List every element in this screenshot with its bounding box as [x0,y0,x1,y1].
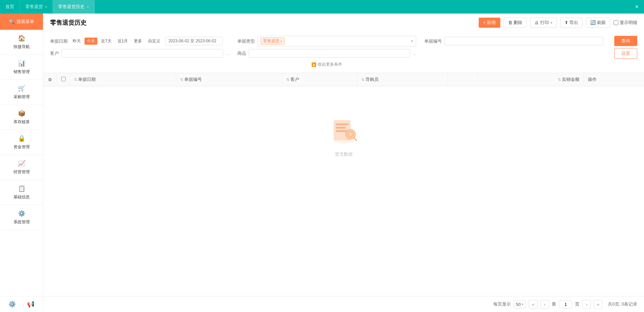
toolbar: + 新增 🗑 删除 🖨 打印 ▾ ⬆ 导出 🔄 刷新 [479,18,637,28]
tab-retail-return-close[interactable]: × [45,5,47,9]
first-page-icon: « [532,302,534,307]
page-title: 零售退货历史 [50,19,87,27]
sidebar-item-quick-nav-label: 快捷导航 [14,44,30,50]
col-settings[interactable]: ⚙ [43,73,57,86]
page-size-value: 50 [516,302,521,307]
date-custom-btn[interactable]: 自定义 [146,38,163,45]
sidebar-settings-icon[interactable]: ⚙️ [8,300,16,308]
col-guide[interactable]: 导购员 [357,73,448,86]
filter-settings-button[interactable]: 设置 [614,48,637,59]
collapse-icon: 🔼 [311,62,316,67]
delete-button[interactable]: 🗑 删除 [504,18,527,28]
col-operations-label: 操作 [588,77,597,82]
query-button[interactable]: 查询 [614,36,637,46]
collapse-btn[interactable]: 🔼 收起更多条件 [50,60,603,70]
sidebar-item-basic-info[interactable]: 📋 基础信息 [0,180,43,205]
select-all-checkbox[interactable] [61,77,66,81]
settings-icon[interactable]: ⚙ [48,77,52,82]
page-size-select[interactable]: 50 ▾ [514,300,526,308]
new-button[interactable]: + 新增 [479,18,500,28]
sidebar-item-sales[interactable]: 📊 销售管理 [0,55,43,80]
date-today-btn[interactable]: 今天 [85,38,97,45]
main-layout: 🔍 搜索菜单 🏠 快捷导航 📊 销售管理 🛒 采购管理 📦 库存核算 🔒 资金管… [0,14,644,312]
col-actual-amount-label: 实销金额 [562,77,579,82]
sidebar-item-purchase-label: 采购管理 [14,94,30,100]
doc-type-tag-remove[interactable]: × [280,39,282,43]
filter-doc-no-field: 单据编号 [424,37,603,45]
top-bar: 首页 零售退货 × 零售退货历史 × × [0,0,644,14]
doc-type-select[interactable]: 零售退货 × ▾ [258,36,416,46]
filter-fields: 单据日期 昨天 今天 近7天 近1月 更多 自定义 [50,36,603,70]
page-number-input[interactable] [559,300,572,308]
purchase-icon: 🛒 [18,85,25,92]
tab-retail-return-history-label: 零售退货历史 [58,4,85,10]
col-customer-label: 客户 [290,77,299,82]
page-end-word: 页 [575,301,579,307]
col-actual-amount[interactable]: 实销金额 [478,73,584,86]
window-close-button[interactable]: × [629,0,644,14]
quick-date-buttons: 昨天 今天 近7天 近1月 更多 自定义 [70,38,163,45]
print-chevron-icon: ▾ [550,21,552,25]
col-doc-no[interactable]: 单据编号 [176,73,282,86]
sidebar-volume-icon[interactable]: 📢 [27,300,34,308]
filter-row-1: 单据日期 昨天 今天 近7天 近1月 更多 自定义 [50,36,603,46]
svg-rect-4 [336,130,347,132]
col-customer[interactable]: 客户 [282,73,357,86]
sidebar-item-operations[interactable]: 📈 经营管理 [0,155,43,180]
operations-icon: 📈 [18,160,25,167]
next-page-btn[interactable]: › [582,300,591,309]
date-7days-btn[interactable]: 近7天 [99,38,114,45]
doc-type-tag-label: 零售退货 [263,38,279,44]
svg-line-7 [354,138,357,140]
empty-icon [327,113,361,147]
prev-page-btn[interactable]: ‹ [540,300,549,309]
sidebar-item-quick-nav[interactable]: 🏠 快捷导航 [0,30,43,55]
filter-customer-field: 客户 ... [50,49,229,58]
sidebar-item-system[interactable]: ⚙️ 系统管理 [0,205,43,230]
svg-rect-3 [336,127,346,129]
sidebar-search-button[interactable]: 🔍 搜索菜单 [0,14,43,30]
tab-retail-return-history-close[interactable]: × [87,5,89,9]
display-detail-checkbox-label[interactable]: 显示明细 [614,20,637,26]
page-header: 零售退货历史 + 新增 🗑 删除 🖨 打印 ▾ ⬆ 导出 [43,14,644,73]
filter-section: 单据日期 昨天 今天 近7天 近1月 更多 自定义 [50,36,637,70]
filter-actions: 查询 设置 [614,36,637,59]
sidebar-item-operations-label: 经营管理 [14,169,30,175]
tab-retail-return-history[interactable]: 零售退货历史 × [53,0,94,14]
sidebar-item-finance[interactable]: 🔒 资金管理 [0,130,43,155]
goods-ellipsis-btn[interactable]: ... [413,51,416,56]
svg-rect-2 [336,124,349,125]
doc-no-input[interactable] [445,37,603,45]
date-yesterday-btn[interactable]: 昨天 [70,38,83,45]
page-size-label: 每页显示 [493,301,511,307]
first-page-btn[interactable]: « [529,300,538,309]
sidebar-item-purchase[interactable]: 🛒 采购管理 [0,80,43,105]
display-detail-label: 显示明细 [620,20,637,26]
sidebar-footer: ⚙️ 📢 [0,296,43,312]
date-more-btn[interactable]: 更多 [132,38,144,45]
col-doc-date[interactable]: 单据日期 [70,73,176,86]
customer-ellipsis-btn[interactable]: ... [226,51,229,56]
last-page-btn[interactable]: » [594,300,602,309]
sidebar-item-inventory[interactable]: 📦 库存核算 [0,105,43,130]
export-button[interactable]: ⬆ 导出 [560,18,583,28]
customer-input[interactable] [62,49,223,58]
date-range-input[interactable]: 2023-06-02 至 2023-06-02 [165,37,223,45]
pagination-bar: 每页显示 50 ▾ « ‹ 第 页 › » 共0页, 0条记录 [43,296,644,312]
empty-state: 暂无数据 [43,86,644,184]
goods-input[interactable] [249,49,410,58]
col-doc-date-label: 单据日期 [78,77,96,82]
content-area: 零售退货历史 + 新增 🗑 删除 🖨 打印 ▾ ⬆ 导出 [43,14,644,312]
display-detail-checkbox[interactable] [614,20,618,25]
doc-no-filter-label: 单据编号 [424,38,442,44]
date-1month-btn[interactable]: 近1月 [115,38,130,45]
tab-home-label: 首页 [5,4,14,10]
refresh-button[interactable]: 🔄 刷新 [586,18,610,28]
col-checkbox[interactable] [57,73,70,86]
print-button[interactable]: 🖨 打印 ▾ [530,18,557,28]
tab-home[interactable]: 首页 [0,0,20,14]
table-body: 暂无数据 [43,86,644,185]
tab-retail-return[interactable]: 零售退货 × [20,0,53,14]
sidebar-item-system-label: 系统管理 [14,219,30,225]
print-button-label: 🖨 打印 [534,20,549,26]
